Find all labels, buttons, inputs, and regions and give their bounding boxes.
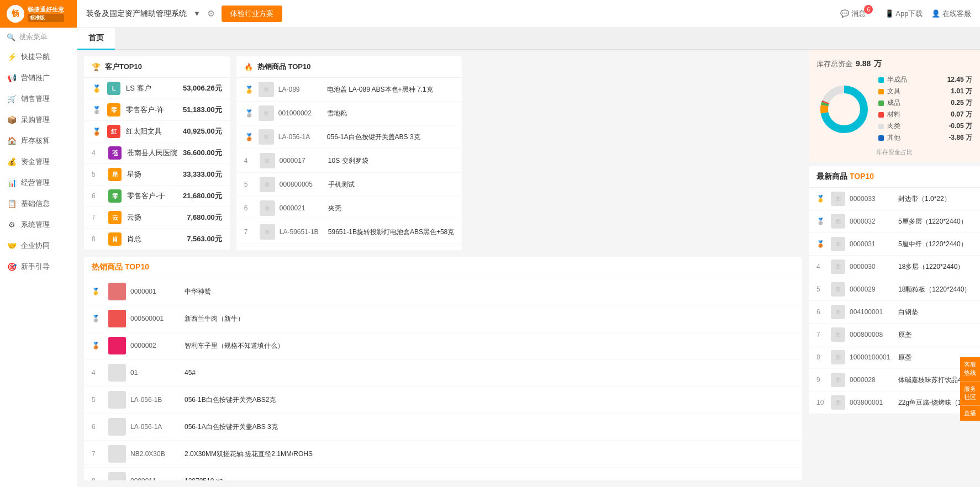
new-product-thumb: 图 (831, 373, 845, 387)
tab-home[interactable]: 首页 (77, 28, 115, 50)
sidebar-item-system[interactable]: ⚙系统管理 (0, 214, 77, 235)
system-dropdown[interactable]: ▼ (193, 9, 201, 18)
product-code: LA-089 (278, 86, 323, 93)
chevron-down-icon: ▼ (193, 9, 201, 18)
app-download[interactable]: 📱 App下载 (885, 9, 923, 19)
hot-name: 12070519-xs (185, 477, 794, 480)
customer-amount: 7,680.00元 (187, 213, 222, 223)
new-product-code: 0000029 (850, 285, 894, 293)
new-product-item: 8 图 10000100001 原垄 (809, 346, 980, 369)
rank-num: 7 (244, 228, 255, 236)
new-product-thumb: 图 (831, 282, 845, 297)
float-btn-community[interactable]: 服务社区 (960, 382, 980, 406)
hot-name: 新西兰牛肉（新牛） (185, 314, 794, 324)
customer-avatar: 肖 (108, 232, 122, 246)
online-service[interactable]: 👤 在线客服 (931, 9, 971, 19)
product-code: 0000021 (280, 204, 324, 212)
system-title: 装备及固定资产辅助管理系统 (86, 9, 187, 19)
medal-silver: 🥈 (92, 106, 102, 114)
legend-label: 肉类 (887, 121, 945, 131)
product-thumb: 图 (259, 129, 274, 145)
rank-num: 7 (92, 450, 104, 458)
customer-name: 苍南县人民医院 (127, 148, 177, 158)
product-list-item: 🥉 图 LA-056-1A 056-1A白色按键开关盖ABS 3克 (236, 125, 462, 149)
messages-item[interactable]: 💬 消息 6 (840, 9, 876, 19)
rank-num: 6 (816, 308, 826, 316)
main-area: 装备及固定资产辅助管理系统 ▼ ⚙ 体验行业方案 💬 消息 6 📱 App下载 … (77, 0, 980, 487)
top-two-col: 🏆 客户TOP10 🥇 L LS 客户 53,006.26元 🥈 零 零售客户-… (84, 56, 802, 250)
purchase-icon: 📦 (7, 115, 17, 124)
sidebar-item-quick-nav[interactable]: ⚡快捷导航 (0, 46, 77, 67)
donut-chart (816, 82, 872, 139)
quick-nav-icon: ⚡ (7, 52, 17, 61)
medal-bronze: 🥉 (92, 128, 102, 136)
sidebar-item-inventory[interactable]: 🏠库存核算 (0, 130, 77, 151)
rank-num: 8 (92, 477, 104, 480)
hot-list: 🥇 0000001 中华神鹫 🥈 000500001 新西兰牛肉（新牛） 🥉 0… (84, 278, 802, 480)
rank-num: 5 (92, 171, 103, 178)
topbar-right: 💬 消息 6 📱 App下载 👤 在线客服 (840, 9, 971, 19)
hot-code: 0000001 (130, 288, 180, 295)
customer-avatar: 零 (107, 103, 120, 117)
customer-amount: 36,600.00元 (183, 148, 222, 158)
customer-panel: 🏆 客户TOP10 🥇 L LS 客户 53,006.26元 🥈 零 零售客户-… (84, 56, 230, 250)
sidebar-item-finance[interactable]: 💰资金管理 (0, 151, 77, 172)
medal-gold: 🥇 (244, 86, 254, 94)
medal-bronze: 🥉 (92, 342, 104, 350)
inventory-total-val: 9.88 万 (856, 55, 882, 70)
rank-num: 5 (816, 285, 826, 293)
new-product-item: 🥉 图 0000031 5厘中纤（1220*2440） (809, 233, 980, 256)
sidebar-item-purchase[interactable]: 📦采购管理 (0, 109, 77, 130)
sidebar-item-sales[interactable]: 🛒销售管理 (0, 88, 77, 109)
hot-name: 2.0X30MM双搓花轴.搓花直径2.1MM/ROHS (185, 449, 794, 459)
rank-num: 8 (92, 235, 103, 243)
float-btn-service[interactable]: 客服热线 (960, 357, 980, 382)
sidebar-item-marketing[interactable]: 📢营销推广 (0, 67, 77, 88)
sales-label: 销售管理 (21, 94, 50, 104)
hot-icon: 🔥 (244, 63, 253, 71)
legend-value: -0.05 万 (949, 121, 972, 131)
marketing-icon: 📢 (7, 73, 17, 82)
new-product-code: 004100001 (850, 308, 894, 316)
new-product-thumb: 图 (831, 305, 845, 319)
search-menu[interactable]: 🔍 搜索菜单 (0, 28, 77, 46)
new-products-list: 🥇 图 0000033 封边带（1.0*22） 🥈 图 0000032 5厘多层… (809, 188, 980, 414)
customer-avatar: 零 (108, 189, 122, 203)
new-product-name: 原垄 (898, 330, 972, 340)
customer-list-item: 6 零 零售客户-于 21,680.00元 (84, 186, 230, 207)
product-thumb: 图 (259, 105, 274, 121)
hot-list-item: 6 LA-056-1A 056-1A白色按键开关盖ABS 3克 (84, 414, 802, 441)
product-list-item: 5 图 000800005 手机测试 (236, 173, 462, 197)
product-code: 0000017 (280, 157, 324, 165)
product-thumb: 图 (260, 177, 275, 192)
legend-dot (878, 77, 884, 83)
finance-icon: 💰 (7, 157, 17, 166)
sidebar-item-guide[interactable]: 🎯新手引导 (0, 256, 77, 277)
customer-panel-title: 客户TOP10 (105, 62, 142, 72)
float-btn-live[interactable]: 直播 (960, 406, 980, 421)
product-name: 夹壳 (328, 204, 454, 213)
sidebar-item-cooperation[interactable]: 🤝企业协同 (0, 235, 77, 256)
trial-btn[interactable]: 体验行业方案 (222, 6, 282, 22)
legend-item: 肉类 -0.05 万 (878, 121, 972, 131)
customer-name: LS 客户 (126, 83, 177, 93)
new-product-item: 4 图 0000030 18多层（1220*2440） (809, 256, 980, 278)
rank-num: 4 (816, 263, 826, 271)
customer-list-item: 🥇 L LS 客户 53,006.26元 (84, 78, 230, 99)
trophy-icon: 🏆 (92, 63, 101, 71)
logo-icon: 畅 (7, 5, 24, 23)
legend-dot (878, 89, 884, 94)
customer-list-item: 🥈 零 零售客户-许 51,183.00元 (84, 99, 230, 121)
new-product-name: 18颗粒板（1220*2440） (898, 285, 972, 294)
basic-label: 基础信息 (21, 199, 50, 209)
new-product-thumb: 图 (831, 260, 845, 274)
legend-dot (878, 135, 884, 141)
hot-name: 智利车子里（规格不知道填什么） (185, 341, 794, 351)
settings-icon[interactable]: ⚙ (207, 8, 215, 19)
sidebar-item-basic[interactable]: 📋基础信息 (0, 193, 77, 214)
legend-value: -3.86 万 (949, 133, 972, 142)
logo-badge: 标准版 (28, 14, 64, 22)
sidebar-item-operation[interactable]: 📊经营管理 (0, 172, 77, 193)
guide-icon: 🎯 (7, 262, 17, 271)
hot-products-header: 热销商品 TOP10 (84, 257, 802, 278)
